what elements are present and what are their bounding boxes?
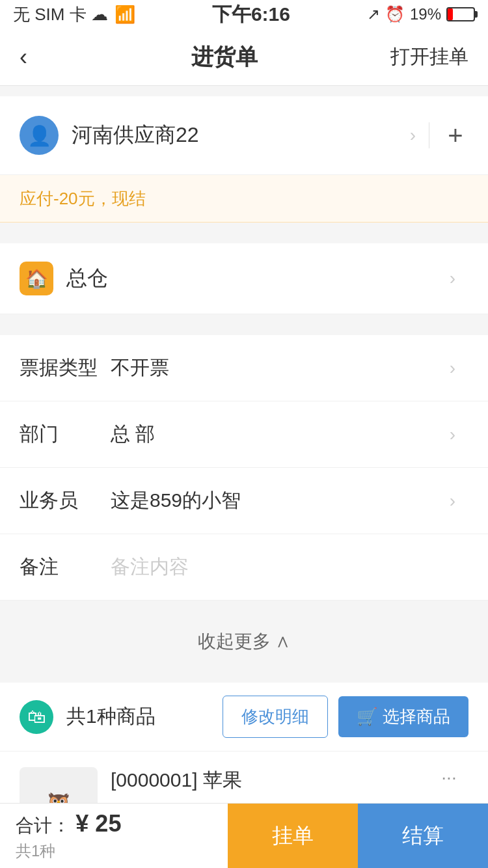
warehouse-icon-bg: 🏠	[20, 262, 53, 295]
salesperson-chevron: ›	[450, 491, 455, 511]
collapse-label: 收起更多 ∧	[198, 629, 291, 654]
supplier-row[interactable]: 👤 河南供应商22 › +	[0, 96, 488, 175]
location-icon: ↗	[367, 5, 380, 23]
salesperson-value: 这是859的小智	[111, 487, 450, 514]
house-icon: 🏠	[25, 268, 48, 290]
status-time: 下午6:16	[212, 1, 290, 28]
salesperson-row[interactable]: 业务员 这是859的小智 ›	[0, 468, 488, 534]
alert-text: 应付-20元，现结	[20, 189, 146, 208]
collapse-row[interactable]: 收起更多 ∧	[0, 611, 488, 672]
chevron-right-icon: ›	[410, 125, 416, 146]
salesperson-label: 业务员	[20, 487, 111, 514]
alert-banner: 应付-20元，现结	[0, 175, 488, 223]
total-section: 合计： ¥ 25 共1种	[0, 804, 228, 868]
gap-4	[0, 672, 488, 683]
page-title: 进货单	[191, 42, 258, 72]
status-left: 无 SIM 卡 ☁ 📶	[13, 3, 135, 26]
supplier-section: 👤 河南供应商22 › + 应付-20元，现结	[0, 96, 488, 223]
battery-icon	[446, 7, 475, 21]
total-amount: ¥ 25	[75, 810, 121, 837]
product-display-name: 苹果	[203, 769, 242, 791]
status-bar: 无 SIM 卡 ☁ 📶 下午6:16 ↗ ⏰ 19%	[0, 0, 488, 29]
settle-button[interactable]: 结算	[358, 804, 488, 868]
warehouse-row[interactable]: 🏠 总仓 ›	[0, 243, 488, 314]
wifi-icon: 📶	[115, 5, 135, 25]
edit-detail-button[interactable]: 修改明细	[223, 696, 328, 738]
bottom-bar: 合计： ¥ 25 共1种 挂单 结算	[0, 803, 488, 868]
add-supplier-button[interactable]: +	[442, 121, 468, 150]
supplier-name: 河南供应商22	[72, 121, 410, 150]
remark-row[interactable]: 备注 备注内容	[0, 534, 488, 601]
gap-2	[0, 233, 488, 243]
department-value: 总 部	[111, 421, 450, 448]
product-code: [0000001]	[111, 769, 197, 791]
products-count-icon-bg: 🛍	[20, 700, 53, 734]
remark-label: 备注	[20, 554, 111, 580]
back-button[interactable]: ‹	[20, 44, 59, 71]
shopping-bag-icon: 🛍	[27, 706, 46, 727]
remark-input[interactable]: 备注内容	[111, 554, 468, 580]
invoice-type-label: 票据类型	[20, 355, 111, 381]
total-sub: 共1种	[16, 841, 212, 861]
supplier-avatar: 👤	[20, 116, 59, 155]
hang-order-button[interactable]: 挂单	[228, 804, 358, 868]
battery-percent: 19%	[410, 5, 441, 23]
total-row: 合计： ¥ 25	[16, 810, 212, 838]
products-count-text: 共1种商品	[66, 703, 223, 730]
form-section: 票据类型 不开票 › 部门 总 部 › 业务员 这是859的小智 › 备注 备注…	[0, 335, 488, 601]
select-product-button[interactable]: 🛒 选择商品	[338, 696, 468, 737]
vertical-divider	[429, 122, 429, 148]
gap-3	[0, 325, 488, 335]
nav-bar: ‹ 进货单 打开挂单	[0, 29, 488, 86]
alarm-icon: ⏰	[385, 5, 405, 23]
department-chevron: ›	[450, 424, 455, 445]
gap-1	[0, 86, 488, 96]
department-label: 部门	[20, 421, 111, 448]
invoice-type-row[interactable]: 票据类型 不开票 ›	[0, 335, 488, 401]
warehouse-section: 🏠 总仓 ›	[0, 243, 488, 314]
total-label: 合计：	[16, 815, 70, 835]
signal-text: 无 SIM 卡 ☁	[13, 3, 108, 26]
department-row[interactable]: 部门 总 部 ›	[0, 401, 488, 468]
invoice-type-chevron: ›	[450, 358, 455, 379]
warehouse-chevron-icon: ›	[450, 268, 455, 289]
invoice-type-value: 不开票	[111, 355, 450, 381]
cart-icon: 🛒	[357, 707, 377, 727]
product-more-button[interactable]: ···	[429, 767, 468, 788]
open-hang-button[interactable]: 打开挂单	[390, 44, 468, 70]
warehouse-name: 总仓	[66, 264, 450, 293]
status-right: ↗ ⏰ 19%	[367, 5, 475, 23]
products-header: 🛍 共1种商品 修改明细 🛒 选择商品	[0, 683, 488, 752]
product-name: [0000001] 苹果	[111, 767, 416, 794]
avatar-icon: 👤	[27, 124, 51, 147]
